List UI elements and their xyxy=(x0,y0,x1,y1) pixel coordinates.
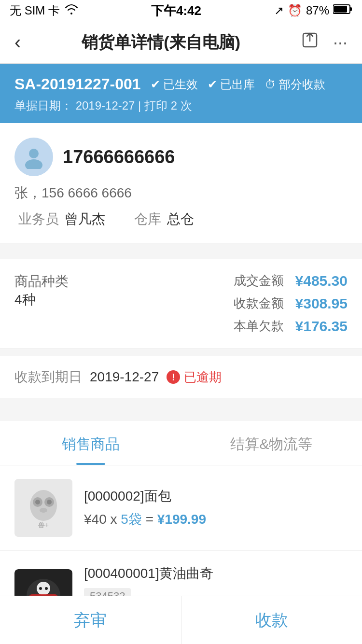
transaction-amount: ¥485.30 xyxy=(295,273,348,289)
customer-phone: 张，156 6666 6666 xyxy=(14,184,348,202)
tab-settlement[interactable]: 结算&物流等 xyxy=(181,421,362,465)
back-button[interactable]: ‹ xyxy=(14,31,21,53)
page-title: 销货单详情(来自电脑) xyxy=(82,31,240,54)
svg-point-10 xyxy=(35,500,40,504)
svg-point-11 xyxy=(47,500,52,504)
check-icon-2: ✔ xyxy=(208,78,217,91)
summary-card: 商品种类 4种 成交金额 ¥485.30 收款金额 ¥308.95 本单欠款 ¥… xyxy=(0,259,362,349)
list-item: 兽+ [0000002]面包 ¥40 x 5袋 = ¥199.99 xyxy=(0,465,362,551)
salesperson-value: 曾凡杰 xyxy=(65,210,105,228)
warehouse-item: 仓库 总仓 xyxy=(134,210,194,228)
status-time: 下午4:42 xyxy=(151,2,201,19)
cancel-button[interactable]: 弃审 xyxy=(0,596,181,644)
status-badge-1: ✔ 已生效 xyxy=(151,77,198,92)
overdue-text: 已逾期 xyxy=(184,369,222,386)
due-date-label: 收款到期日 xyxy=(14,368,82,386)
header-row1: SA-20191227-001 ✔ 已生效 ✔ 已出库 ⏱ 部分收款 xyxy=(14,75,348,93)
customer-row1: 17666666666 xyxy=(14,138,348,176)
product-name-2: [000400001]黄油曲奇 xyxy=(84,564,348,583)
svg-point-12 xyxy=(40,508,47,513)
overdue-badge: ! 已逾期 xyxy=(167,369,222,386)
avatar xyxy=(14,138,53,176)
due-label: 本单欠款 xyxy=(234,318,284,335)
svg-point-17 xyxy=(37,582,50,595)
product-name-1: [0000002]面包 xyxy=(84,487,348,505)
location-icon: ↗ xyxy=(274,4,284,17)
due-date-value: 2019-12-27 xyxy=(90,369,159,385)
header-row2: 单据日期： 2019-12-27 | 打印 2 次 xyxy=(14,98,348,113)
share-button[interactable] xyxy=(301,31,319,53)
clock-icon: ⏱ xyxy=(265,78,276,91)
tab-sales-products[interactable]: 销售商品 xyxy=(0,421,181,465)
product-total-1: ¥199.99 xyxy=(157,512,206,527)
transaction-row: 成交金额 ¥485.30 xyxy=(234,272,348,289)
product-image-1: 兽+ xyxy=(14,479,72,537)
warehouse-label: 仓库 xyxy=(134,210,161,228)
status-left: 无 SIM 卡 xyxy=(10,3,78,18)
summary-right: 成交金额 ¥485.30 收款金额 ¥308.95 本单欠款 ¥176.35 xyxy=(234,272,348,335)
header-banner: SA-20191227-001 ✔ 已生效 ✔ 已出库 ⏱ 部分收款 单据日期：… xyxy=(0,64,362,123)
kind-label: 商品种类 xyxy=(14,272,69,291)
battery-icon xyxy=(333,4,352,17)
svg-rect-1 xyxy=(350,7,352,11)
order-id: SA-20191227-001 xyxy=(14,75,141,93)
product-info-1: [0000002]面包 ¥40 x 5袋 = ¥199.99 xyxy=(84,487,348,529)
due-date-section: 收款到期日 2019-12-27 ! 已逾期 xyxy=(0,356,362,398)
svg-point-22 xyxy=(45,587,48,590)
kind-value: 4种 xyxy=(14,291,69,309)
due-date-card: 收款到期日 2019-12-27 ! 已逾期 xyxy=(0,356,362,398)
alarm-icon: ⏰ xyxy=(288,4,302,17)
confirm-button[interactable]: 收款 xyxy=(181,596,362,644)
tabs-section: 销售商品 结算&物流等 xyxy=(0,421,362,465)
bottom-actions: 弃审 收款 xyxy=(0,596,362,644)
status-bar: 无 SIM 卡 下午4:42 ↗ ⏰ 87% xyxy=(0,0,362,21)
status-badge-2: ✔ 已出库 xyxy=(208,77,255,92)
wifi-icon xyxy=(65,4,78,17)
status-right: ↗ ⏰ 87% xyxy=(274,4,352,17)
due-row: 本单欠款 ¥176.35 xyxy=(234,318,348,335)
received-row: 收款金额 ¥308.95 xyxy=(234,295,348,312)
product-qty-1: 5袋 xyxy=(121,512,142,527)
customer-id: 17666666666 xyxy=(63,147,175,168)
salesperson-item: 业务员 曾凡杰 xyxy=(18,210,105,228)
customer-section: 17666666666 张，156 6666 6666 业务员 曾凡杰 仓库 总… xyxy=(0,123,362,243)
svg-point-4 xyxy=(29,149,39,158)
status-badge-3: ⏱ 部分收款 xyxy=(265,77,325,92)
divider-1 xyxy=(0,251,362,259)
nav-bar: ‹ 销货单详情(来自电脑) ··· xyxy=(0,21,362,64)
svg-text:兽+: 兽+ xyxy=(38,521,49,529)
nav-actions: ··· xyxy=(301,31,348,53)
svg-point-7 xyxy=(30,490,57,521)
svg-rect-2 xyxy=(334,6,347,13)
summary-left: 商品种类 4种 xyxy=(14,272,69,309)
carrier-text: 无 SIM 卡 xyxy=(10,3,60,18)
salesperson-label: 业务员 xyxy=(18,210,59,228)
summary-section: 商品种类 4种 成交金额 ¥485.30 收款金额 ¥308.95 本单欠款 ¥… xyxy=(0,259,362,349)
svg-point-21 xyxy=(39,587,42,590)
due-amount: ¥176.35 xyxy=(295,318,348,335)
more-button[interactable]: ··· xyxy=(333,32,348,53)
battery-text: 87% xyxy=(306,4,329,17)
received-label: 收款金额 xyxy=(234,295,284,312)
transaction-label: 成交金额 xyxy=(234,272,284,289)
check-icon-1: ✔ xyxy=(151,78,160,91)
customer-card: 17666666666 张，156 6666 6666 业务员 曾凡杰 仓库 总… xyxy=(0,123,362,243)
customer-meta: 业务员 曾凡杰 仓库 总仓 xyxy=(14,210,348,228)
overdue-icon: ! xyxy=(167,370,180,384)
received-amount: ¥308.95 xyxy=(295,295,348,312)
svg-point-5 xyxy=(25,159,42,169)
divider-2 xyxy=(0,406,362,413)
product-price-1: ¥40 x 5袋 = ¥199.99 xyxy=(84,510,348,529)
warehouse-value: 总仓 xyxy=(167,210,194,228)
